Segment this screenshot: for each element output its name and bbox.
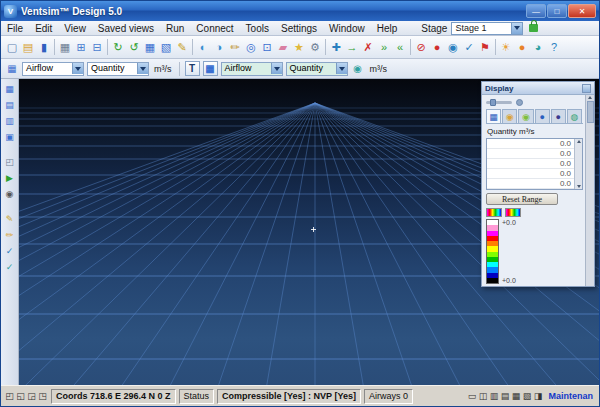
erase-icon[interactable]: ▰	[275, 38, 291, 57]
range-row-0[interactable]: 0.0	[487, 139, 574, 149]
viewport-3d[interactable]: Display ▦◉◉●●◍ Quantity m³/s 0.00.00.00.…	[19, 79, 599, 385]
menu-window[interactable]: Window	[323, 21, 371, 36]
delete-icon[interactable]: ✗	[360, 38, 376, 57]
check-tool-icon[interactable]: ✓	[3, 244, 17, 259]
brush-tool-icon[interactable]: ✏	[3, 228, 17, 243]
menu-connect[interactable]: Connect	[190, 21, 239, 36]
undo-icon[interactable]: ↺	[126, 38, 142, 57]
scroll-down-icon[interactable]	[577, 185, 581, 188]
tab-navy[interactable]: ●	[551, 109, 566, 123]
move-airway-icon[interactable]: ✚	[328, 38, 344, 57]
view-all-icon[interactable]: ◰	[4, 390, 15, 403]
refresh-simulation-icon[interactable]: ↻	[110, 38, 126, 57]
view-data-icon[interactable]: ▣	[3, 130, 17, 145]
verify-icon[interactable]: ✓	[461, 38, 477, 57]
grid-view-icon[interactable]: ▦	[142, 38, 158, 57]
legend-scale-button[interactable]	[505, 208, 521, 217]
chevron-down-icon[interactable]	[511, 23, 522, 34]
window-list-icon[interactable]: ▥	[488, 390, 499, 403]
text-tool-button[interactable]: T	[185, 61, 200, 76]
scroll-up-icon[interactable]	[577, 140, 581, 143]
data-table-icon[interactable]: ▦	[510, 390, 521, 403]
menu-tools[interactable]: Tools	[240, 21, 275, 36]
range-row-1[interactable]: 0.0	[487, 149, 574, 159]
rewind-icon[interactable]: «	[392, 38, 408, 57]
range-row-3[interactable]: 0.0	[487, 169, 574, 179]
tab-gold[interactable]: ◉	[502, 109, 517, 123]
range-row-2[interactable]: 0.0	[487, 159, 574, 169]
grid-tool-button[interactable]: ▦	[203, 61, 218, 76]
run-tool-icon[interactable]: ▶	[3, 171, 17, 186]
fast-forward-icon[interactable]: »	[376, 38, 392, 57]
menu-run[interactable]: Run	[160, 21, 190, 36]
help-about-icon[interactable]: ?	[546, 38, 562, 57]
settings-gear-icon[interactable]: ⚙	[307, 38, 323, 57]
reset-range-button[interactable]: Reset Range	[486, 193, 558, 205]
listbox-scrollbar[interactable]	[574, 139, 582, 189]
block-airway-icon[interactable]: ⊘	[413, 38, 429, 57]
view-cube-icon[interactable]: ▦	[3, 82, 17, 97]
new-file-icon[interactable]: ▢	[4, 38, 20, 57]
menu-help[interactable]: Help	[371, 21, 404, 36]
chart-icon[interactable]: ▧	[521, 390, 532, 403]
monitor-icon[interactable]: ▤	[499, 390, 510, 403]
contaminant-icon[interactable]: ●	[514, 38, 530, 57]
menu-settings[interactable]: Settings	[275, 21, 323, 36]
camera-tool-icon[interactable]: ◉	[3, 187, 17, 202]
window-tool-icon[interactable]: ◰	[3, 155, 17, 170]
view-plan-icon[interactable]: ◱	[15, 390, 26, 403]
flag-icon[interactable]: ⚑	[477, 38, 493, 57]
airflow-select[interactable]: Airflow	[22, 62, 84, 76]
chevron-down-icon[interactable]	[137, 63, 148, 74]
tab-blue[interactable]: ●	[535, 109, 550, 123]
menu-file[interactable]: File	[1, 21, 29, 36]
panel-options-button[interactable]	[582, 84, 591, 93]
verify-tool-icon[interactable]: ✓	[3, 260, 17, 275]
layer-view-icon[interactable]: ▧	[158, 38, 174, 57]
record-icon[interactable]: ●	[429, 38, 445, 57]
view-section-icon[interactable]: ▥	[3, 114, 17, 129]
view-side-icon[interactable]: ◲	[26, 390, 37, 403]
chevron-down-icon[interactable]	[336, 63, 347, 74]
scroll-up-icon[interactable]	[588, 96, 592, 99]
view-rotate-icon[interactable]: ◳	[37, 390, 48, 403]
range-row-4[interactable]: 0.0	[487, 179, 574, 189]
orbit-view-icon[interactable]: ◐	[195, 38, 211, 57]
maximize-button[interactable]: □	[547, 4, 567, 18]
display-panel-icon[interactable]: ▦	[5, 62, 19, 76]
panel-scrollbar[interactable]	[585, 95, 594, 286]
quantity-select[interactable]: Quantity	[87, 62, 149, 76]
minimize-button[interactable]: —	[526, 4, 546, 18]
scrollbar-thumb[interactable]	[587, 101, 594, 123]
open-file-icon[interactable]: ▤	[20, 38, 36, 57]
paste-icon[interactable]: ⊟	[89, 38, 105, 57]
network-globe-icon[interactable]: ◕	[530, 38, 546, 57]
stage-select[interactable]: Stage 1	[451, 22, 523, 35]
copy-icon[interactable]: ⊞	[73, 38, 89, 57]
menu-view[interactable]: View	[58, 21, 92, 36]
pencil-tool-icon[interactable]: ✎	[3, 212, 17, 227]
radio-icon[interactable]	[516, 99, 523, 106]
close-button[interactable]: ✕	[568, 4, 596, 18]
target-node-icon[interactable]: ◉	[445, 38, 461, 57]
chevron-down-icon[interactable]	[72, 63, 83, 74]
fit-view-icon[interactable]: ⊡	[259, 38, 275, 57]
opacity-slider[interactable]	[486, 101, 512, 104]
menu-edit[interactable]: Edit	[29, 21, 58, 36]
tab-globe[interactable]: ◍	[567, 109, 582, 123]
legend-edit-button[interactable]	[486, 208, 502, 217]
rotate-view-icon[interactable]: ◑	[211, 38, 227, 57]
display-panel-header[interactable]: Display	[482, 82, 594, 95]
airflow-select-2[interactable]: Airflow	[221, 62, 283, 76]
color-legend[interactable]	[486, 219, 499, 284]
view-plan-icon[interactable]: ▤	[3, 98, 17, 113]
measure-icon[interactable]: ✎	[174, 38, 190, 57]
favorites-icon[interactable]: ★	[291, 38, 307, 57]
print-icon[interactable]: ▦	[57, 38, 73, 57]
tab-green[interactable]: ◉	[518, 109, 533, 123]
forward-arrow-icon[interactable]: →	[344, 38, 360, 57]
heat-simulation-icon[interactable]: ☀	[498, 38, 514, 57]
chevron-down-icon[interactable]	[271, 63, 282, 74]
fit-screen-icon[interactable]: ▭	[466, 390, 477, 403]
layout-icon[interactable]: ◨	[532, 390, 543, 403]
